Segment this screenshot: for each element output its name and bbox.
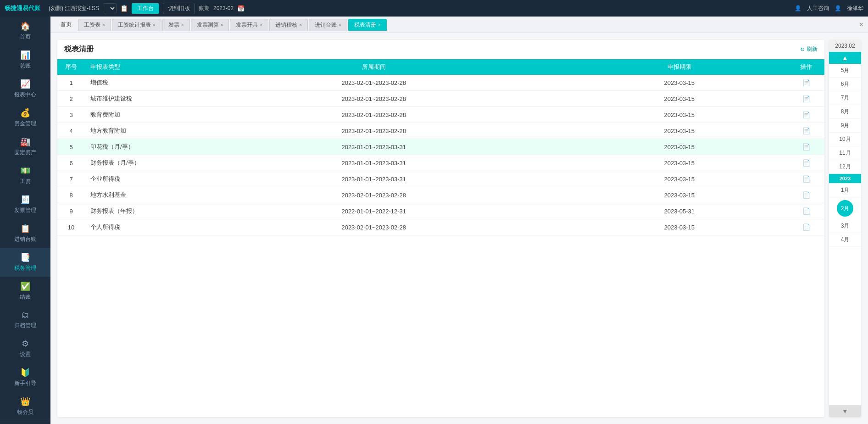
cell-type: 教育费附加 (85, 107, 177, 123)
workbench-button[interactable]: 工作台 (132, 3, 159, 14)
date-month-6[interactable]: 6月 (829, 78, 861, 91)
cancel-pin-button[interactable]: 📌 取消固定 (0, 421, 50, 424)
sidebar-item-tax[interactable]: 📑 税务管理 (0, 248, 50, 277)
refresh-icon: ↻ (800, 46, 805, 53)
tab-purchase-check-close[interactable]: × (299, 22, 302, 28)
tab-bar: 首页 工资表 × 工资统计报表 × 发票 × 发票测算 × 发票开具 × (50, 17, 868, 33)
date-month-8[interactable]: 8月 (829, 105, 861, 119)
action-icon[interactable]: 📄 (802, 159, 810, 167)
col-no: 序号 (57, 59, 85, 75)
tab-invoice-close[interactable]: × (181, 22, 184, 28)
date-month-4[interactable]: 4月 (829, 233, 861, 247)
refresh-label: 刷新 (807, 45, 818, 53)
cell-deadline: 2023-03-15 (571, 155, 788, 171)
cell-no: 8 (57, 187, 85, 203)
ledger-icon: 📊 (20, 50, 30, 60)
cell-deadline: 2023-03-15 (571, 219, 788, 235)
sidebar-item-guide[interactable]: 🔰 新手引导 (0, 363, 50, 392)
sidebar-item-ledger[interactable]: 📊 总账 (0, 45, 50, 74)
cell-period: 2023-01-01~2023-03-31 (177, 171, 571, 187)
home-icon: 🏠 (20, 21, 30, 31)
cell-no: 3 (57, 107, 85, 123)
sidebar-item-archive[interactable]: 🗂 归档管理 (0, 306, 50, 334)
date-nav-down[interactable]: ▼ (829, 405, 861, 417)
tab-bar-close-all[interactable]: × (859, 21, 863, 29)
date-month-3[interactable]: 3月 (829, 219, 861, 233)
sidebar-item-sales[interactable]: 📋 进销台账 (0, 219, 50, 248)
action-icon[interactable]: 📄 (802, 127, 810, 134)
sidebar-item-invoice[interactable]: 🧾 发票管理 (0, 190, 50, 219)
date-month-5[interactable]: 5月 (829, 64, 861, 78)
cell-deadline: 2023-05-31 (571, 203, 788, 219)
tab-invoice-open[interactable]: 发票开具 × (230, 19, 268, 31)
col-period: 所属期间 (177, 59, 571, 75)
tab-purchase-ledger[interactable]: 进销台账 × (309, 19, 347, 31)
date-month-12[interactable]: 12月 (829, 160, 861, 174)
tab-salary-stats-close[interactable]: × (153, 22, 156, 28)
table-row: 3 教育费附加 2023-02-01~2023-02-28 2023-03-15… (57, 107, 824, 123)
action-icon[interactable]: 📄 (802, 191, 810, 199)
top-bar-right: 👤 人工咨询 👤 徐泽华 (795, 5, 863, 12)
fund-icon: 💰 (20, 108, 30, 118)
date-month-1[interactable]: 1月 (829, 184, 861, 197)
cell-action: 📄 (788, 107, 824, 123)
sidebar-label-salary: 工资 (20, 178, 31, 185)
calendar-icon[interactable]: 📅 (237, 5, 245, 12)
action-icon[interactable]: 📄 (802, 95, 810, 102)
tab-invoice[interactable]: 发票 × (162, 19, 190, 31)
tab-invoice-calc-close[interactable]: × (221, 22, 223, 28)
action-icon[interactable]: 📄 (802, 175, 810, 183)
sidebar-item-settings[interactable]: ⚙ 设置 (0, 334, 50, 363)
period-label: 账期 (199, 5, 210, 12)
action-icon[interactable]: 📄 (802, 207, 810, 215)
date-month-11[interactable]: 11月 (829, 146, 861, 160)
user-name[interactable]: 徐泽华 (847, 5, 863, 12)
cell-type: 增值税 (85, 75, 177, 91)
refresh-button[interactable]: ↻ 刷新 (800, 45, 818, 53)
tab-salary-stats[interactable]: 工资统计报表 × (112, 19, 161, 31)
date-month-9[interactable]: 9月 (829, 119, 861, 133)
report-icon: 📈 (20, 79, 30, 89)
sidebar-item-fund[interactable]: 💰 资金管理 (0, 103, 50, 132)
sidebar-item-salary[interactable]: 💵 工资 (0, 161, 50, 190)
tab-purchase-ledger-close[interactable]: × (339, 22, 341, 28)
tab-tax-register-close[interactable]: × (378, 22, 381, 28)
tab-salary-table[interactable]: 工资表 × (78, 19, 111, 31)
date-month-2-active[interactable]: 2月 (837, 200, 853, 217)
tab-salary-close[interactable]: × (102, 22, 105, 28)
sidebar-item-member[interactable]: 👑 畅会员 (0, 392, 50, 421)
sidebar-item-asset[interactable]: 🏭 固定资产 (0, 132, 50, 161)
date-month-10[interactable]: 10月 (829, 133, 861, 146)
cell-no: 10 (57, 219, 85, 235)
sidebar-item-settle[interactable]: ✅ 结账 (0, 277, 50, 306)
action-icon[interactable]: 📄 (802, 223, 810, 231)
action-icon[interactable]: 📄 (802, 79, 810, 86)
sidebar-label-settings: 设置 (20, 351, 31, 358)
sidebar-item-home[interactable]: 🏠 首页 (0, 17, 50, 45)
sidebar-label-tax: 税务管理 (14, 264, 36, 272)
table-row: 5 印花税（月/季） 2023-01-01~2023-03-31 2023-03… (57, 139, 824, 155)
tab-tax-register[interactable]: 税表清册 × (348, 19, 387, 31)
tab-salary-stats-label: 工资统计报表 (118, 21, 151, 29)
action-icon[interactable]: 📄 (802, 143, 810, 151)
sidebar-item-report[interactable]: 📈 报表中心 (0, 74, 50, 103)
table-row: 9 财务报表（年报） 2022-01-01~2022-12-31 2023-05… (57, 203, 824, 219)
tab-invoice-open-label: 发票开具 (236, 21, 258, 29)
tab-purchase-check[interactable]: 进销稽核 × (269, 19, 308, 31)
human-consult-label[interactable]: 人工咨询 (807, 5, 829, 12)
cell-deadline: 2023-03-15 (571, 107, 788, 123)
cell-action: 📄 (788, 139, 824, 155)
sidebar-label-guide: 新手引导 (14, 379, 36, 387)
company-select[interactable] (103, 3, 117, 13)
action-icon[interactable]: 📄 (802, 111, 810, 118)
date-nav-up[interactable]: ▲ (829, 52, 861, 64)
sidebar-label-member: 畅会员 (17, 408, 33, 416)
page-content: 税表清册 ↻ 刷新 序号 申报表类型 所属期间 申报期限 (50, 33, 868, 424)
cell-type: 企业所得税 (85, 171, 177, 187)
date-month-7[interactable]: 7月 (829, 91, 861, 105)
col-action: 操作 (788, 59, 824, 75)
tab-invoice-open-close[interactable]: × (260, 22, 262, 28)
tab-home[interactable]: 首页 (55, 19, 77, 30)
tab-invoice-calc[interactable]: 发票测算 × (191, 19, 229, 31)
switch-old-button[interactable]: 切到旧版 (163, 3, 195, 14)
